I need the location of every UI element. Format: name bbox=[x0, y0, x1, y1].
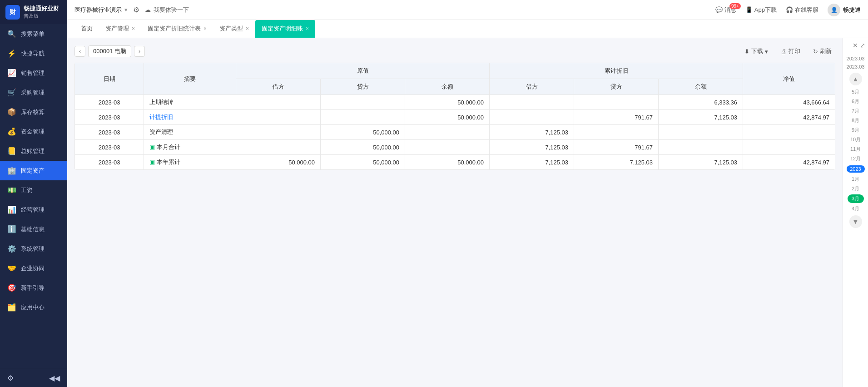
operation-icon: 📊 bbox=[7, 205, 16, 214]
detail-table: 日期 摘要 原值 累计折旧 净值 借方 贷方 余额 借方 贷方 余额 bbox=[74, 63, 835, 170]
table-row: 2023-03 计提折旧 50,000.00 791.67 7,125.03 4… bbox=[75, 110, 835, 125]
th-accum-debit: 借方 bbox=[490, 79, 574, 95]
tab-close-assetmgr[interactable]: × bbox=[132, 25, 135, 32]
th-accumulated-depreciation: 累计折旧 bbox=[490, 63, 743, 79]
sidebar-item-label: 库存核算 bbox=[21, 108, 45, 116]
panel-expand-icon[interactable]: ⤢ bbox=[860, 42, 865, 49]
timeline-month-1[interactable]: 1月 bbox=[843, 174, 868, 184]
collapse-icon[interactable]: ◀◀ bbox=[49, 374, 60, 382]
customer-service-button[interactable]: 🎧 在线客服 bbox=[786, 6, 818, 14]
timeline-scroll-down[interactable]: ▼ bbox=[849, 215, 862, 228]
sidebar-item-appcenter[interactable]: 🗂️ 应用中心 bbox=[0, 298, 67, 317]
experience-button[interactable]: ☁ 我要体验一下 bbox=[145, 6, 189, 14]
app-download-button[interactable]: 📱 App下载 bbox=[745, 6, 777, 14]
company-selector[interactable]: 医疗器械行业演示 ▾ bbox=[74, 6, 128, 14]
tab-assettype[interactable]: 资产类型 × bbox=[213, 20, 255, 38]
info-icon: ℹ️ bbox=[7, 225, 16, 233]
sidebar-item-operation[interactable]: 📊 经营管理 bbox=[0, 200, 67, 219]
settings-icon[interactable]: ⚙ bbox=[7, 374, 14, 382]
search-icon: 🔍 bbox=[7, 30, 16, 38]
target-icon: 🎯 bbox=[7, 283, 16, 292]
sidebar-item-basicinfo[interactable]: ℹ️ 基础信息 bbox=[0, 219, 67, 239]
print-button[interactable]: 🖨 打印 bbox=[777, 45, 804, 57]
tab-detail-label: 固定资产明细账 bbox=[262, 25, 303, 33]
main-area: 医疗器械行业演示 ▾ ⚙ ☁ 我要体验一下 💬 消息 99+ 📱 App下载 🎧… bbox=[67, 0, 868, 387]
timeline-month-2[interactable]: 2月 bbox=[843, 184, 868, 194]
timeline-month-11[interactable]: 11月 bbox=[843, 144, 868, 154]
prev-asset-button[interactable]: ‹ bbox=[74, 46, 85, 57]
tab-close-detail[interactable]: × bbox=[306, 25, 309, 32]
content-area: ‹ 000001 电脑 › ⬇ 下载 ▾ 🖨 打印 ↻ bbox=[67, 38, 868, 387]
app-download-label: App下载 bbox=[754, 6, 777, 14]
timeline-month-8[interactable]: 8月 bbox=[843, 116, 868, 125]
cell-summary: ▣本月合计 bbox=[144, 140, 236, 155]
message-button[interactable]: 💬 消息 99+ bbox=[715, 6, 736, 14]
app-logo-icon: 财 bbox=[5, 5, 20, 20]
cell-accum-credit: 791.67 bbox=[574, 140, 659, 155]
sidebar-item-salary[interactable]: 💵 工资 bbox=[0, 180, 67, 200]
refresh-button[interactable]: ↻ 刷新 bbox=[809, 45, 835, 57]
sidebar-item-system[interactable]: ⚙️ 系统管理 bbox=[0, 239, 67, 258]
timeline-month-6[interactable]: 6月 bbox=[843, 97, 868, 106]
sidebar-item-inventory[interactable]: 📦 库存核算 bbox=[0, 102, 67, 122]
cell-orig-credit: 50,000.00 bbox=[321, 125, 405, 140]
tab-home[interactable]: 首页 bbox=[74, 20, 99, 38]
tab-assettype-label: 资产类型 bbox=[219, 25, 243, 33]
username-label: 畅捷通 bbox=[843, 6, 861, 14]
sidebar-item-ledger[interactable]: 📒 总账管理 bbox=[0, 141, 67, 161]
gear-icon: ⚙️ bbox=[7, 244, 16, 253]
right-timeline-panel: ✕ ⤢ 2023.03 2023.03 ▲ 5月 6月 7月 8月 9月 10月… bbox=[843, 38, 868, 387]
download-button[interactable]: ⬇ 下载 ▾ bbox=[741, 45, 772, 57]
tab-detail[interactable]: 固定资产明细账 × bbox=[255, 20, 315, 38]
sidebar-item-quicknav[interactable]: ⚡ 快捷导航 bbox=[0, 44, 67, 63]
timeline-month-10[interactable]: 10月 bbox=[843, 135, 868, 144]
tab-close-depreciation[interactable]: × bbox=[203, 25, 207, 32]
cell-accum-balance bbox=[659, 125, 743, 140]
cell-orig-balance: 50,000.00 bbox=[405, 95, 490, 110]
sidebar-item-purchase[interactable]: 🛒 采购管理 bbox=[0, 83, 67, 102]
cell-accum-balance: 7,125.03 bbox=[659, 155, 743, 170]
timeline-current-top2: 2023.03 bbox=[843, 63, 868, 71]
message-badge: 99+ bbox=[729, 3, 741, 9]
tab-close-assettype[interactable]: × bbox=[246, 25, 249, 32]
next-asset-button[interactable]: › bbox=[134, 46, 145, 57]
sidebar-item-label: 工资 bbox=[21, 186, 33, 194]
sidebar-item-label: 总账管理 bbox=[21, 147, 45, 155]
panel-close-icon[interactable]: ✕ bbox=[853, 42, 858, 51]
print-icon: 🖨 bbox=[781, 48, 787, 55]
tab-assetmgr[interactable]: 资产管理 × bbox=[99, 20, 141, 38]
cell-summary: ▣本年累计 bbox=[144, 155, 236, 170]
sidebar-item-fixedassets[interactable]: 🏢 固定资产 bbox=[0, 161, 67, 180]
sidebar-item-label: 经营管理 bbox=[21, 206, 45, 214]
cell-date: 2023-03 bbox=[75, 125, 144, 140]
sidebar-item-sales[interactable]: 📈 销售管理 bbox=[0, 63, 67, 83]
timeline-month-7[interactable]: 7月 bbox=[843, 106, 868, 116]
cell-accum-balance: 6,333.36 bbox=[659, 95, 743, 110]
experience-icon: ☁ bbox=[145, 6, 151, 13]
timeline-month-5[interactable]: 5月 bbox=[843, 87, 868, 97]
cell-summary[interactable]: 计提折旧 bbox=[144, 110, 236, 125]
tab-depreciation[interactable]: 固定资产折旧统计表 × bbox=[141, 20, 213, 38]
timeline-month-9[interactable]: 9月 bbox=[843, 125, 868, 135]
timeline-month-3[interactable]: 3月 bbox=[848, 194, 864, 203]
sidebar-nav: 🔍 搜索菜单 ⚡ 快捷导航 📈 销售管理 🛒 采购管理 📦 库存核算 💰 资金管… bbox=[0, 24, 67, 369]
cell-orig-balance: 50,000.00 bbox=[405, 110, 490, 125]
dropdown-arrow-icon: ▾ bbox=[124, 6, 128, 13]
timeline-year-2023[interactable]: 2023 bbox=[847, 165, 865, 173]
timeline-month-4[interactable]: 4月 bbox=[843, 204, 868, 213]
sidebar-item-fund[interactable]: 💰 资金管理 bbox=[0, 122, 67, 141]
cell-accum-credit: 7,125.03 bbox=[574, 155, 659, 170]
box-icon: 📦 bbox=[7, 108, 16, 116]
sidebar-item-collab[interactable]: 🤝 企业协同 bbox=[0, 258, 67, 278]
sidebar-item-search[interactable]: 🔍 搜索菜单 bbox=[0, 24, 67, 44]
sidebar-item-label: 企业协同 bbox=[21, 264, 45, 273]
timeline-month-12[interactable]: 12月 bbox=[843, 154, 868, 164]
timeline-scroll-up[interactable]: ▲ bbox=[849, 73, 862, 85]
sidebar-item-label: 销售管理 bbox=[21, 69, 45, 77]
download-icon: ⬇ bbox=[744, 48, 749, 55]
company-settings-icon[interactable]: ⚙ bbox=[133, 5, 139, 14]
summary-icon: ▣ bbox=[149, 144, 155, 150]
print-label: 打印 bbox=[789, 47, 800, 55]
user-menu[interactable]: 👤 畅捷通 bbox=[828, 4, 861, 16]
sidebar-item-guide[interactable]: 🎯 新手引导 bbox=[0, 278, 67, 298]
